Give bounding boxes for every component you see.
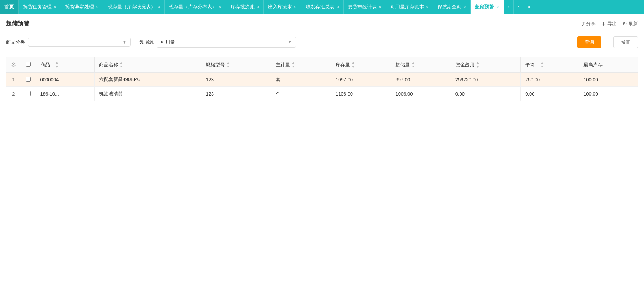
row-spec-0: 123	[201, 73, 271, 87]
nav-tab-inventory-dist-close[interactable]: ×	[219, 5, 221, 9]
nav-tab-recv-summary-label: 收发存汇总表	[306, 4, 334, 10]
nav-tab-recv-summary[interactable]: 收发存汇总表 ×	[301, 0, 344, 14]
export-icon: ⬇	[601, 21, 606, 27]
row-overstock-0: 997.00	[391, 73, 451, 87]
datasource-chevron-icon: ▼	[288, 40, 292, 44]
row-capital-1: 0.00	[451, 87, 521, 101]
nav-tab-overstock-warning-close[interactable]: ×	[496, 5, 498, 9]
row-inventory-0: 1097.00	[331, 73, 391, 87]
table-row: 2 186-10... 机油滤清器 123 个 1106.00 1006.00 …	[6, 87, 638, 101]
nav-tab-order-stats-close[interactable]: ×	[379, 5, 381, 9]
th-avg-label: 平均...	[525, 62, 539, 68]
sort-capital-icon[interactable]: ▲▼	[476, 61, 480, 68]
th-spec-label: 规格型号	[206, 62, 225, 68]
nav-tab-quality-check[interactable]: 保质期查询 ×	[433, 0, 471, 14]
row-checkbox-cell-0	[21, 73, 36, 87]
row-num-0: 1	[6, 73, 21, 87]
nav-home[interactable]: 首页	[0, 0, 19, 14]
row-checkbox-0[interactable]	[26, 77, 31, 82]
refresh-label: 刷新	[629, 21, 638, 27]
nav-tab-overstock-warning[interactable]: 超储预警 ×	[471, 0, 503, 14]
sort-product-name-icon[interactable]: ▲▼	[120, 61, 123, 68]
row-num-1: 2	[6, 87, 21, 101]
export-button[interactable]: ⬇ 导出	[601, 21, 617, 27]
nav-tab-available-ledger-close[interactable]: ×	[426, 5, 428, 9]
nav-tab-inout-flow[interactable]: 出入库流水 ×	[264, 0, 301, 14]
sort-unit-icon[interactable]: ▲▼	[292, 61, 295, 68]
nav-tab-baling-task[interactable]: 拣货任务管理 ×	[19, 0, 61, 14]
row-avg-1: 0.00	[521, 87, 579, 101]
nav-tab-available-ledger[interactable]: 可用量库存账本 ×	[386, 0, 433, 14]
nav-tab-baling-task-close[interactable]: ×	[54, 5, 56, 9]
row-max-stock-0: 100.00	[579, 73, 638, 87]
category-filter: 商品分类 ▼	[6, 38, 131, 47]
nav-tab-order-stats-label: 要货单统计表	[348, 4, 377, 10]
row-inventory-1: 1106.00	[331, 87, 391, 101]
top-nav: 首页 拣货任务管理 × 拣货异常处理 × 现存量（库存状况表） × 现存量（库存…	[0, 0, 644, 14]
nav-tab-inventory-batch-close[interactable]: ×	[257, 5, 259, 9]
settings-button[interactable]: 设置	[613, 36, 638, 48]
category-filter-label: 商品分类	[6, 39, 25, 45]
sort-spec-icon[interactable]: ▲▼	[226, 61, 230, 68]
nav-tab-inventory-status[interactable]: 现存量（库存状况表） ×	[103, 0, 165, 14]
data-table: ⚙ 商品... ▲▼ 商品名称 ▲▼	[6, 57, 638, 101]
share-icon: ⤴	[582, 21, 585, 27]
settings-gear-icon[interactable]: ⚙	[11, 62, 16, 68]
filter-row: 商品分类 ▼ 数据源 可用量 ▼ 查询 设置	[6, 33, 638, 51]
select-all-checkbox[interactable]	[26, 62, 31, 67]
nav-tab-recv-summary-close[interactable]: ×	[337, 5, 339, 9]
datasource-filter-label: 数据源	[139, 39, 154, 45]
page-header: 超储预警 ⤴ 分享 ⬇ 导出 ↻ 刷新	[6, 20, 638, 27]
th-product-code-label: 商品...	[40, 62, 54, 68]
th-inventory-label: 库存量	[336, 62, 350, 68]
nav-tab-inventory-dist[interactable]: 现存量（库存分布表） ×	[165, 0, 226, 14]
nav-tab-inventory-batch[interactable]: 库存批次账 ×	[226, 0, 264, 14]
th-unit-label: 主计量	[276, 62, 290, 68]
nav-tab-baling-task-label: 拣货任务管理	[23, 4, 52, 10]
row-max-stock-1: 100.00	[579, 87, 638, 101]
row-avg-0: 260.00	[521, 73, 579, 87]
nav-tab-inventory-batch-label: 库存批次账	[231, 4, 255, 10]
th-inventory: 库存量 ▲▼	[331, 57, 391, 73]
datasource-select-value: 可用量	[161, 39, 175, 45]
nav-home-label: 首页	[4, 4, 14, 10]
sort-avg-icon[interactable]: ▲▼	[540, 61, 544, 68]
nav-prev-arrow[interactable]: ‹	[504, 0, 514, 14]
page-title: 超储预警	[6, 20, 29, 27]
th-overstock: 超储量 ▲▼	[391, 57, 451, 73]
nav-tab-inout-flow-label: 出入库流水	[268, 4, 292, 10]
nav-next-arrow[interactable]: ›	[514, 0, 524, 14]
nav-tab-quality-check-close[interactable]: ×	[464, 5, 466, 9]
query-button[interactable]: 查询	[577, 36, 601, 48]
nav-tab-overstock-warning-label: 超储预警	[475, 4, 494, 10]
datasource-select[interactable]: 可用量 ▼	[157, 37, 296, 48]
share-button[interactable]: ⤴ 分享	[582, 21, 596, 27]
th-max-stock: 最高库存	[579, 57, 638, 73]
table-header-row: ⚙ 商品... ▲▼ 商品名称 ▲▼	[6, 57, 638, 73]
sort-overstock-icon[interactable]: ▲▼	[411, 61, 415, 68]
th-avg: 平均... ▲▼	[521, 57, 579, 73]
row-unit-0: 套	[271, 73, 331, 87]
nav-close-arrow[interactable]: ×	[524, 0, 534, 14]
datasource-filter: 数据源 可用量 ▼	[139, 37, 296, 48]
category-select[interactable]: ▼	[28, 38, 131, 47]
sort-product-code-icon[interactable]: ▲▼	[55, 61, 59, 68]
sort-inventory-icon[interactable]: ▲▼	[351, 61, 355, 68]
export-label: 导出	[607, 21, 617, 27]
nav-tab-inout-flow-close[interactable]: ×	[294, 5, 296, 9]
nav-tab-inventory-dist-label: 现存量（库存分布表）	[169, 4, 217, 10]
nav-tab-baling-abnormal[interactable]: 拣货异常处理 ×	[61, 0, 103, 14]
nav-tab-inventory-status-label: 现存量（库存状况表）	[108, 4, 155, 10]
nav-tab-order-stats[interactable]: 要货单统计表 ×	[344, 0, 386, 14]
category-chevron-icon: ▼	[122, 40, 127, 44]
row-unit-1: 个	[271, 87, 331, 101]
nav-tab-baling-abnormal-label: 拣货异常处理	[65, 4, 94, 10]
refresh-button[interactable]: ↻ 刷新	[623, 21, 638, 27]
nav-tab-baling-abnormal-close[interactable]: ×	[96, 5, 98, 9]
th-product-name-label: 商品名称	[99, 62, 118, 68]
row-checkbox-1[interactable]	[26, 91, 31, 96]
th-product-name: 商品名称 ▲▼	[94, 57, 201, 73]
nav-tab-inventory-status-close[interactable]: ×	[158, 5, 160, 9]
row-checkbox-cell-1	[21, 87, 36, 101]
row-product-code-0: 0000004	[36, 73, 94, 87]
